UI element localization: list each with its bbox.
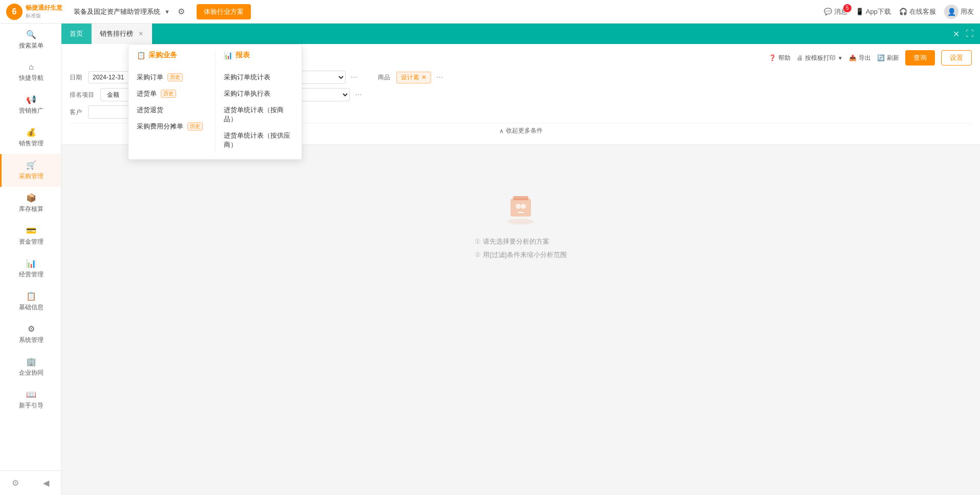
- sidebar-item-inventory[interactable]: 📦 库存核算: [0, 187, 61, 220]
- purchase-icon: 🛒: [26, 160, 36, 170]
- headset-icon: 🎧: [899, 8, 907, 15]
- online-service-btn[interactable]: 🎧 在线客服: [899, 7, 936, 16]
- system-title-area: 装备及固定资产辅助管理系统 ▼ ⚙ 体验行业方案: [74, 4, 824, 19]
- home-icon: ⌂: [29, 62, 34, 72]
- guide-icon: 📖: [26, 390, 36, 399]
- empty-state: ①请先选择要分析的方案 ②用[过滤]条件来缩小分析范围: [61, 145, 980, 303]
- avatar: 👤: [944, 5, 958, 19]
- tab-bar-maximize-btn[interactable]: ⛶: [964, 27, 976, 40]
- sidebar-settings-btn[interactable]: ⚙: [8, 476, 23, 490]
- print-dropdown-icon[interactable]: ▼: [838, 55, 843, 61]
- svg-rect-2: [513, 196, 528, 200]
- sidebar-item-operation[interactable]: 📊 经营管理: [0, 252, 61, 285]
- system-title-text: 装备及固定资产辅助管理系统: [74, 7, 160, 16]
- help-btn[interactable]: ❓ 帮助: [769, 54, 791, 62]
- goods-label: 商品: [378, 73, 390, 82]
- logo-icon: 6: [6, 4, 23, 20]
- goods-more-btn[interactable]: ···: [434, 73, 445, 82]
- basic-icon: 📋: [26, 291, 36, 301]
- svg-point-0: [508, 219, 534, 225]
- finance-icon: 💳: [26, 226, 36, 235]
- export-icon: 📤: [849, 54, 857, 61]
- sidebar-item-guide[interactable]: 📖 新手引导: [0, 383, 61, 416]
- dropdown-item-inbound-stat-supplier[interactable]: 进货单统计表（按供应商）: [224, 127, 294, 153]
- export-btn[interactable]: 📤 导出: [849, 54, 871, 62]
- sidebar-item-purchase[interactable]: 🛒 采购管理: [0, 154, 61, 187]
- dropdown-purchase-col: 📋 采购业务 采购订单 历史 进货单 历史 进货退货: [129, 51, 215, 153]
- customer-label: 客户: [70, 108, 82, 117]
- refresh-icon: 🔄: [877, 54, 885, 61]
- query-button[interactable]: 查询: [905, 50, 935, 66]
- sidebar-collapse-btn[interactable]: ◀: [39, 476, 53, 490]
- sidebar: 🔍 搜索菜单 ⌂ 快捷导航 📢 营销推广 💰 销售管理 🛒 采购管理 📦 库存核…: [0, 24, 61, 495]
- sidebar-item-basic[interactable]: 📋 基础信息: [0, 285, 61, 318]
- top-right-area: 💬 消息 5 📱 App下载 🎧 在线客服 👤 用友: [824, 5, 974, 19]
- settings-icon-btn[interactable]: ⚙: [174, 5, 188, 19]
- dropdown-menu: 📋 采购业务 采购订单 历史 进货单 历史 进货退货: [128, 44, 302, 160]
- operation-icon: 📊: [26, 259, 36, 268]
- dropdown-item-purchase-order[interactable]: 采购订单 历史: [137, 69, 207, 85]
- refresh-btn[interactable]: 🔄 刷新: [877, 54, 899, 62]
- sidebar-item-enterprise[interactable]: 🏢 企业协同: [0, 351, 61, 383]
- date-label: 日期: [70, 73, 82, 82]
- search-icon: 🔍: [26, 30, 36, 39]
- phone-icon: 📱: [856, 8, 864, 15]
- svg-rect-1: [510, 199, 531, 217]
- salesman-more-btn[interactable]: ···: [353, 90, 364, 99]
- purchase-section-icon: 📋: [137, 51, 145, 59]
- sidebar-item-sales[interactable]: 💰 销售管理: [0, 121, 61, 154]
- goods-tag: 设计素 ✕: [396, 72, 431, 83]
- marketing-icon: 📢: [26, 95, 36, 104]
- industry-button[interactable]: 体验行业方案: [197, 4, 251, 19]
- inventory-icon: 📦: [26, 193, 36, 203]
- tab-sales-rank[interactable]: 销售排行榜 ✕: [92, 24, 152, 44]
- message-badge: 5: [843, 4, 851, 12]
- help-icon: ❓: [769, 54, 776, 61]
- main-layout: 🔍 搜索菜单 ⌂ 快捷导航 📢 营销推广 💰 销售管理 🛒 采购管理 📦 库存核…: [0, 24, 980, 495]
- enterprise-icon: 🏢: [26, 357, 36, 367]
- print-btn[interactable]: 🖨 按模板打印 ▼: [797, 54, 843, 62]
- collapse-up-icon: ∧: [499, 127, 504, 135]
- dropdown-item-return[interactable]: 进货退货: [137, 102, 207, 118]
- user-btn[interactable]: 👤 用友: [944, 5, 974, 19]
- sales-rank-tab-label: 销售排行榜: [100, 29, 133, 38]
- sidebar-bottom: ⚙ ◀: [0, 470, 61, 495]
- dropdown-item-inbound[interactable]: 进货单 历史: [137, 85, 207, 102]
- sidebar-item-marketing[interactable]: 📢 营销推广: [0, 89, 61, 121]
- tab-bar: 首页 销售排行榜 ✕ ✕ ⛶: [61, 24, 980, 44]
- dropdown-purchase-header: 📋 采购业务: [137, 51, 207, 63]
- sidebar-item-system[interactable]: ⚙ 系统管理: [0, 318, 61, 351]
- report-section-icon: 📊: [224, 51, 232, 59]
- svg-point-3: [516, 204, 521, 209]
- tab-bar-close-btn[interactable]: ✕: [951, 27, 962, 41]
- dropdown-item-inbound-stat-goods[interactable]: 进货单统计表（按商品）: [224, 102, 294, 127]
- hist-badge-purchase-order: 历史: [167, 73, 183, 81]
- tab-bar-right: ✕ ⛶: [951, 27, 980, 41]
- home-tab-label: 首页: [70, 29, 83, 38]
- dropdown-item-purchase-stat[interactable]: 采购订单统计表: [224, 69, 294, 85]
- sales-icon: 💰: [26, 127, 36, 137]
- settings-button[interactable]: 设置: [941, 50, 972, 66]
- sidebar-item-search[interactable]: 🔍 搜索菜单: [0, 24, 61, 56]
- dropdown-report-col: 📊 报表 采购订单统计表 采购订单执行表 进货单统计表（按商品） 进货单统计表（…: [215, 51, 302, 153]
- dropdown-item-expense[interactable]: 采购费用分摊单 历史: [137, 118, 207, 135]
- dropdown-report-header: 📊 报表: [224, 51, 294, 63]
- hist-badge-expense: 历史: [187, 122, 203, 131]
- goods-tag-close[interactable]: ✕: [421, 74, 427, 81]
- goods-wrapper: 设计素 ✕ ···: [396, 72, 445, 83]
- sidebar-item-home[interactable]: ⌂ 快捷导航: [0, 56, 61, 89]
- system-title-dropdown[interactable]: ▼: [164, 9, 170, 15]
- print-icon: 🖨: [797, 54, 803, 61]
- tab-home[interactable]: 首页: [61, 24, 92, 44]
- dropdown-item-purchase-exec[interactable]: 采购订单执行表: [224, 85, 294, 102]
- logo-area: 6 畅捷通好生意 标准版: [6, 4, 68, 20]
- doc-status-more-btn[interactable]: ···: [349, 73, 359, 82]
- top-bar: 6 畅捷通好生意 标准版 装备及固定资产辅助管理系统 ▼ ⚙ 体验行业方案 💬 …: [0, 0, 980, 24]
- messages-btn[interactable]: 💬 消息 5: [824, 7, 847, 16]
- svg-point-4: [521, 204, 526, 209]
- app-download-btn[interactable]: 📱 App下载: [856, 7, 891, 16]
- system-icon: ⚙: [28, 324, 35, 334]
- empty-tips: ①请先选择要分析的方案 ②用[过滤]条件来缩小分析范围: [475, 235, 566, 262]
- tab-close-icon[interactable]: ✕: [138, 30, 143, 37]
- sidebar-item-finance[interactable]: 💳 资金管理: [0, 220, 61, 252]
